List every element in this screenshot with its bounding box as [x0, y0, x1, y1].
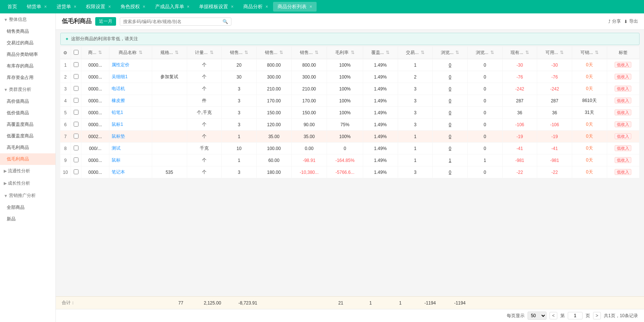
- row-checkbox[interactable]: [71, 166, 81, 178]
- row-checkbox[interactable]: [71, 83, 81, 95]
- th-code[interactable]: 商... ⇅: [81, 47, 109, 59]
- sidebar-item-low-value[interactable]: 低价值商品: [0, 107, 55, 119]
- th-usable[interactable]: 可用... ⇅: [537, 47, 572, 59]
- row-select-checkbox[interactable]: [74, 86, 79, 91]
- row-select-checkbox[interactable]: [74, 122, 79, 127]
- row-name[interactable]: 鼠标垫: [109, 131, 152, 143]
- nav-purchase[interactable]: 进货单 ×: [52, 2, 81, 12]
- row-checkbox[interactable]: [71, 107, 81, 119]
- sidebar-item-all-goods[interactable]: 全部商品: [0, 202, 55, 213]
- sidebar-group-cluster[interactable]: ▼ 类群度分析: [0, 83, 55, 96]
- sidebar-item-stock-capital[interactable]: 库存资金占用: [0, 72, 55, 83]
- th-stock[interactable]: 现有... ⇅: [502, 47, 537, 59]
- row-views1[interactable]: 0: [433, 119, 468, 131]
- search-icon[interactable]: 🔍: [222, 19, 228, 24]
- row-name[interactable]: 橡皮擦: [109, 95, 152, 107]
- row-views1[interactable]: 0: [433, 83, 468, 95]
- sidebar-item-low-coverage[interactable]: 低覆盖度商品: [0, 130, 55, 142]
- row-checkbox[interactable]: [71, 71, 81, 83]
- row-name[interactable]: 测试: [109, 143, 152, 154]
- row-select-checkbox[interactable]: [74, 98, 79, 103]
- row-views1[interactable]: 0: [433, 166, 468, 178]
- row-views1[interactable]: 1: [433, 154, 468, 166]
- sidebar-group-flow[interactable]: ▶ 流通性分析: [0, 165, 55, 177]
- sidebar-item-new-goods[interactable]: 新品: [0, 213, 55, 225]
- nav-role[interactable]: 角色授权 ×: [116, 2, 150, 12]
- sidebar-item-sales-goods[interactable]: 销售类商品: [0, 26, 55, 37]
- row-name[interactable]: 属性定价: [109, 59, 152, 71]
- row-name[interactable]: 笔记本: [109, 166, 152, 178]
- nav-sales[interactable]: 销货单 ×: [22, 2, 51, 12]
- th-transactions[interactable]: 交易... ⇅: [398, 47, 433, 59]
- th-margin[interactable]: 毛利率 ⇅: [327, 47, 363, 59]
- sidebar-item-high-value[interactable]: 高价值商品: [0, 96, 55, 107]
- nav-permission[interactable]: 权限设置 ×: [81, 2, 115, 12]
- th-coverage[interactable]: 覆盖... ⇅: [363, 47, 398, 59]
- row-name[interactable]: 吴细细1: [109, 71, 152, 83]
- sidebar-item-high-coverage[interactable]: 高覆盖度商品: [0, 119, 55, 130]
- row-name[interactable]: 电话机: [109, 83, 152, 95]
- row-name[interactable]: 鼠标: [109, 154, 152, 166]
- sidebar-item-low-margin[interactable]: 低毛利商品: [0, 153, 55, 165]
- filter-button[interactable]: 近一月: [95, 17, 116, 26]
- next-page-button[interactable]: >: [593, 312, 601, 319]
- th-unit[interactable]: 计量... ⇅: [187, 47, 222, 59]
- sidebar-group-marketing[interactable]: ▼ 营销推广分析: [0, 189, 55, 202]
- close-icon-8[interactable]: ×: [310, 4, 312, 9]
- th-qty[interactable]: 销售... ⇅: [222, 47, 257, 59]
- row-select-checkbox[interactable]: [74, 110, 79, 115]
- row-views1[interactable]: 0: [433, 143, 468, 154]
- row-select-checkbox[interactable]: [74, 62, 79, 67]
- nav-product-analysis[interactable]: 商品分析 ×: [239, 2, 273, 12]
- nav-product-analysis-list[interactable]: 商品分析列表 ×: [273, 2, 317, 12]
- close-icon-6[interactable]: ×: [231, 4, 234, 9]
- th-settings[interactable]: ⚙: [60, 47, 71, 59]
- th-name[interactable]: 商品名称 ⇅: [109, 47, 152, 59]
- th-sellable[interactable]: 可销... ⇅: [572, 47, 607, 59]
- row-checkbox[interactable]: [71, 154, 81, 166]
- row-views1[interactable]: 0: [433, 59, 468, 71]
- nav-home[interactable]: 首页: [3, 2, 22, 12]
- row-checkbox[interactable]: [71, 143, 81, 154]
- th-amount[interactable]: 销售... ⇅: [291, 47, 327, 59]
- search-input[interactable]: [123, 19, 222, 24]
- share-button[interactable]: ⤴ 分享: [608, 18, 621, 25]
- row-checkbox[interactable]: [71, 131, 81, 143]
- row-checkbox[interactable]: [71, 59, 81, 71]
- close-icon-2[interactable]: ×: [74, 4, 76, 9]
- prev-page-button[interactable]: <: [550, 312, 557, 319]
- row-name[interactable]: 铅笔1: [109, 107, 152, 119]
- row-select-checkbox[interactable]: [74, 157, 79, 162]
- sidebar-item-category-sales[interactable]: 商品分类助销率: [0, 49, 55, 60]
- th-checkbox[interactable]: [71, 47, 81, 59]
- close-icon-7[interactable]: ×: [265, 4, 268, 9]
- select-all-checkbox[interactable]: [74, 50, 79, 55]
- close-icon-5[interactable]: ×: [187, 4, 189, 9]
- row-name[interactable]: 鼠标1: [109, 119, 152, 131]
- sidebar-group-overview[interactable]: ▼ 整体信息: [0, 13, 55, 26]
- row-views1[interactable]: 0: [433, 131, 468, 143]
- th-tag[interactable]: 标签: [607, 47, 639, 59]
- th-views2[interactable]: 浏览... ⇅: [468, 47, 503, 59]
- row-views1[interactable]: 0: [433, 107, 468, 119]
- close-icon-4[interactable]: ×: [143, 4, 145, 9]
- nav-template[interactable]: 单据模板设置 ×: [195, 2, 238, 12]
- close-icon-3[interactable]: ×: [108, 4, 111, 9]
- row-select-checkbox[interactable]: [74, 169, 79, 174]
- per-page-select[interactable]: 50 20 100: [528, 312, 547, 320]
- row-select-checkbox[interactable]: [74, 74, 79, 79]
- sidebar-group-growth[interactable]: ▶ 成长性分析: [0, 177, 55, 189]
- row-checkbox[interactable]: [71, 95, 81, 107]
- export-button[interactable]: ⬇ 导出: [624, 18, 638, 25]
- row-select-checkbox[interactable]: [74, 146, 79, 150]
- sidebar-item-traded-goods[interactable]: 交易过的商品: [0, 37, 55, 49]
- close-icon[interactable]: ×: [44, 4, 47, 9]
- nav-product-entry[interactable]: 产成品入库单 ×: [151, 2, 194, 12]
- th-spec[interactable]: 规格... ⇅: [152, 47, 187, 59]
- th-price[interactable]: 销售... ⇅: [256, 47, 291, 59]
- sidebar-item-in-stock[interactable]: 有库存的商品: [0, 60, 55, 72]
- row-select-checkbox[interactable]: [74, 134, 79, 138]
- row-checkbox[interactable]: [71, 119, 81, 131]
- sidebar-item-high-margin[interactable]: 高毛利商品: [0, 142, 55, 153]
- row-views1[interactable]: 0: [433, 95, 468, 107]
